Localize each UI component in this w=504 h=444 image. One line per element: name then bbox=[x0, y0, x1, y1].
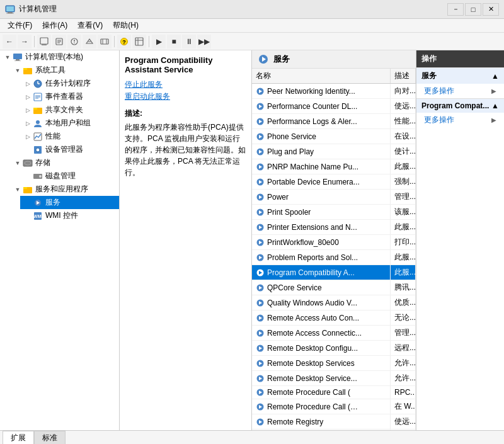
service-desc-cell: 此服... bbox=[391, 159, 416, 174]
table-row[interactable]: Remote Desktop Configu...远程... bbox=[252, 341, 416, 356]
actions-section-program[interactable]: Program Compat... ▲ bbox=[416, 98, 504, 113]
menu-action[interactable]: 操作(A) bbox=[37, 19, 72, 32]
table-row[interactable]: Phone Service在设... bbox=[252, 129, 416, 144]
tree-root[interactable]: ▼ 计算机管理(本地) bbox=[0, 50, 119, 64]
storage-expand[interactable]: ▼ bbox=[13, 160, 23, 166]
toolbar-btn-5[interactable] bbox=[98, 35, 112, 48]
service-name: Print Spooler bbox=[267, 208, 311, 217]
table-row[interactable]: Problem Reports and Sol...此服... bbox=[252, 250, 416, 265]
table-row[interactable]: Remote Access Auto Con...无论... bbox=[252, 310, 416, 326]
local-users-expand[interactable]: ▷ bbox=[23, 120, 33, 127]
table-row[interactable]: Program Compatibility A...此服... bbox=[252, 265, 416, 280]
window-controls: － □ ✕ bbox=[447, 3, 499, 16]
task-scheduler-label: 任务计划程序 bbox=[45, 78, 91, 89]
service-name-cell: Remote Desktop Configu... bbox=[252, 341, 391, 355]
restart-button[interactable]: ▶▶ bbox=[197, 35, 211, 48]
shared-folders-expand[interactable]: ▷ bbox=[23, 107, 33, 113]
table-row[interactable]: Remote Desktop Services允许... bbox=[252, 356, 416, 371]
tree-storage[interactable]: ▼ 存储 bbox=[10, 156, 119, 169]
pause-button[interactable]: ⏸ bbox=[182, 35, 196, 48]
services-apps-expand[interactable]: ▼ bbox=[13, 186, 23, 193]
tree-services[interactable]: 服务 bbox=[20, 196, 119, 209]
col-name[interactable]: 名称 bbox=[252, 69, 391, 83]
toolbar: ← → ? ▶ ■ ⏸ ▶▶ bbox=[0, 33, 504, 50]
toolbar-btn-1[interactable] bbox=[37, 35, 51, 48]
table-row[interactable]: Remote Registry使远... bbox=[252, 414, 416, 430]
local-users-label: 本地用户和组 bbox=[45, 118, 91, 128]
table-row[interactable]: Quality Windows Audio V...优质... bbox=[252, 295, 416, 310]
service-row-icon bbox=[256, 283, 265, 292]
actions-section-services[interactable]: 服务 ▲ bbox=[416, 67, 504, 84]
table-row[interactable]: Peer Networking Identity...向对... bbox=[252, 84, 416, 99]
minimize-button[interactable]: － bbox=[447, 3, 464, 16]
table-row[interactable]: QPCore Service腾讯... bbox=[252, 280, 416, 295]
toolbar-btn-3[interactable] bbox=[67, 35, 81, 48]
services-label: 服务 bbox=[45, 197, 60, 208]
service-name-cell: Problem Reports and Sol... bbox=[252, 250, 391, 265]
menu-bar: 文件(F) 操作(A) 查看(V) 帮助(H) bbox=[0, 19, 504, 33]
table-row[interactable]: Performance Counter DL...使远... bbox=[252, 99, 416, 114]
service-name-cell: Peer Networking Identity... bbox=[252, 84, 391, 98]
performance-expand[interactable]: ▷ bbox=[23, 134, 33, 140]
service-name-cell: Power bbox=[252, 190, 391, 204]
tree-wmi[interactable]: WMI WMI 控件 bbox=[20, 209, 119, 222]
tree-services-apps[interactable]: ▼ 服务和应用程序 bbox=[10, 183, 119, 196]
table-row[interactable]: Remote Access Connectic...管理... bbox=[252, 326, 416, 341]
table-row[interactable]: Remote Desktop Service...允许... bbox=[252, 371, 416, 386]
menu-view[interactable]: 查看(V) bbox=[72, 19, 108, 32]
services-apps-icon bbox=[23, 185, 33, 195]
task-scheduler-expand[interactable]: ▷ bbox=[23, 81, 33, 87]
services-table[interactable]: 名称 描述 Peer Networking Identity...向对...Pe… bbox=[252, 69, 416, 430]
service-name-cell: Print Spooler bbox=[252, 205, 391, 219]
tree-event-viewer[interactable]: ▷ 事件查看器 bbox=[20, 90, 119, 103]
tree-local-users[interactable]: ▷ 本地用户和组 bbox=[20, 117, 119, 130]
table-row[interactable]: Remote Procedure Call (…在 W... bbox=[252, 399, 416, 414]
service-name: Remote Procedure Call ( bbox=[267, 388, 350, 397]
service-name: PrintWorkflow_80e00 bbox=[267, 238, 339, 247]
service-desc-cell: 腾讯... bbox=[391, 280, 416, 295]
table-row[interactable]: Power管理... bbox=[252, 190, 416, 205]
maximize-button[interactable]: □ bbox=[465, 3, 481, 16]
table-row[interactable]: Performance Logs & Aler...性能... bbox=[252, 114, 416, 129]
table-row[interactable]: PNRP Machine Name Pu...此服... bbox=[252, 159, 416, 174]
table-row[interactable]: Print Spooler该服... bbox=[252, 205, 416, 220]
system-tools-expand[interactable]: ▼ bbox=[13, 67, 23, 74]
toolbar-btn-6[interactable] bbox=[132, 35, 146, 48]
action-more-1[interactable]: 更多操作 ▶ bbox=[416, 84, 504, 98]
event-viewer-label: 事件查看器 bbox=[45, 91, 83, 102]
menu-help[interactable]: 帮助(H) bbox=[108, 19, 144, 32]
table-row[interactable]: Plug and Play使计... bbox=[252, 144, 416, 159]
help-button[interactable]: ? bbox=[117, 35, 131, 48]
table-row[interactable]: Remote Procedure Call (RPC... bbox=[252, 386, 416, 399]
svg-rect-5 bbox=[42, 44, 47, 45]
forward-button[interactable]: → bbox=[18, 35, 32, 48]
tree-disk-mgmt[interactable]: 磁盘管理 bbox=[20, 169, 119, 183]
tree-shared-folders[interactable]: ▷ 共享文件夹 bbox=[20, 103, 119, 117]
menu-file[interactable]: 文件(F) bbox=[3, 19, 37, 32]
col-desc[interactable]: 描述 bbox=[391, 69, 416, 83]
action-more-2[interactable]: 更多操作 ▶ bbox=[416, 113, 504, 127]
restart-service-link[interactable]: 重启动此服务 bbox=[125, 91, 246, 102]
toolbar-btn-2[interactable] bbox=[52, 35, 66, 48]
play-button[interactable]: ▶ bbox=[152, 35, 166, 48]
stop-button[interactable]: ■ bbox=[167, 35, 181, 48]
table-row[interactable]: Portable Device Enumera...强制... bbox=[252, 174, 416, 190]
table-row[interactable]: Printer Extensions and N...此服... bbox=[252, 220, 416, 235]
event-viewer-expand[interactable]: ▷ bbox=[23, 94, 33, 100]
service-desc-cell: 在局... bbox=[391, 430, 416, 430]
table-row[interactable]: PrintWorkflow_80e00打印... bbox=[252, 235, 416, 250]
back-button[interactable]: ← bbox=[3, 35, 16, 48]
tab-standard[interactable]: 标准 bbox=[34, 431, 66, 445]
tree-system-tools[interactable]: ▼ 系统工具 bbox=[10, 64, 119, 77]
tree-device-manager[interactable]: 设备管理器 bbox=[20, 143, 119, 156]
desc-text: 此服务为程序兼容性助手(PCA)提供支持。PCA 监视由用户安装和运行的程序，并… bbox=[125, 122, 246, 178]
tree-task-scheduler[interactable]: ▷ 任务计划程序 bbox=[20, 77, 119, 90]
table-row[interactable]: Routing and Remote Acc...在局... bbox=[252, 430, 416, 430]
root-expand[interactable]: ▼ bbox=[3, 54, 13, 60]
service-row-icon bbox=[256, 268, 265, 277]
close-button[interactable]: ✕ bbox=[483, 3, 499, 16]
stop-service-link[interactable]: 停止此服务 bbox=[125, 79, 246, 90]
tree-performance[interactable]: ▷ 性能 bbox=[20, 130, 119, 143]
tab-expand[interactable]: 扩展 bbox=[3, 431, 34, 445]
toolbar-btn-4[interactable] bbox=[83, 35, 96, 48]
